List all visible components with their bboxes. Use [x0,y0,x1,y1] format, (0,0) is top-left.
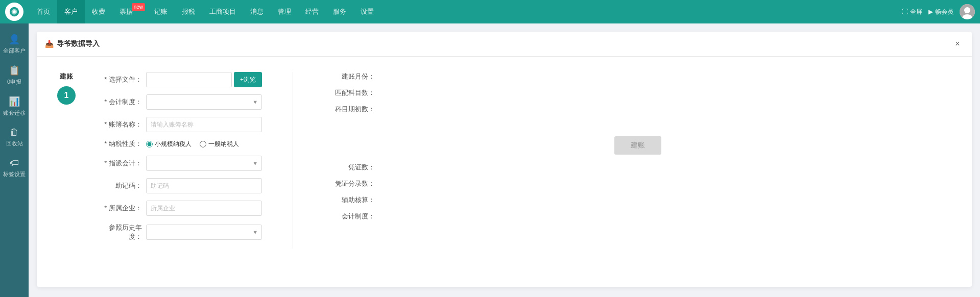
ledger-label: * 账簿名称： [96,120,142,129]
panel: 📥 导爷数据导入 × 建账 1 * 选择文件： [37,32,972,287]
sidebar: 👤 全部客户 📋 0申报 📊 账套迁移 🗑 回收站 🏷 标签设置 [0,23,29,297]
form-row-file: * 选择文件： +浏览 [96,72,262,87]
nav-invoice[interactable]: 票据 new [112,0,147,23]
logo[interactable] [5,3,23,21]
sidebar-item-label: 回收站 [6,140,23,147]
nav-message[interactable]: 消息 [243,0,271,23]
nav-business[interactable]: 工商项目 [202,0,243,23]
form-row-accountant: * 指派会计： ▼ [96,156,262,171]
form-row-company: * 所属企业： [96,201,262,216]
close-button[interactable]: × [951,38,964,50]
form-row-tax: * 纳税性质： 小规模纳税人 一般纳税人 [96,139,262,148]
build-account-button[interactable]: 建账 [614,136,661,155]
migration-icon: 📊 [9,96,20,107]
tax-label: * 纳税性质： [96,139,142,148]
panel-title: 📥 导爷数据导入 [45,39,100,48]
nav-manage[interactable]: 管理 [271,0,298,23]
nav-right: ⛶ 全屏 ▶ 畅会员 [902,4,975,19]
nav-tax[interactable]: 报税 [175,0,202,23]
form-left-fields: * 选择文件： +浏览 * 会计制度： ▼ [96,72,262,249]
svg-point-3 [964,7,970,13]
sidebar-item-label: 账套迁移 [3,109,26,117]
nav-operation[interactable]: 经营 [298,0,326,23]
info-row-month: 建账月份： [324,72,951,81]
nav-customer[interactable]: 客户 [57,0,85,23]
form-divider [293,72,293,249]
company-input[interactable] [146,201,262,216]
main-content: 📥 导爷数据导入 × 建账 1 * 选择文件： [29,23,980,297]
sidebar-item-label: 标签设置 [3,170,26,178]
customers-icon: 👤 [9,34,20,45]
nav-settings[interactable]: 设置 [353,0,381,23]
sidebar-item-account-migration[interactable]: 📊 账套迁移 [0,91,29,122]
tag-icon: 🏷 [10,158,19,168]
company-label: * 所属企业： [96,204,142,213]
form-row-history: 参照历史年度： ▼ [96,223,262,241]
subject-init-label: 科目期初数： [324,105,375,114]
sidebar-item-all-customers[interactable]: 👤 全部客户 [0,29,29,60]
svg-point-1 [13,10,16,13]
tax-general-text: 一般纳税人 [208,140,239,148]
panel-header: 📥 导爷数据导入 × [37,32,972,57]
sidebar-item-label: 0申报 [7,78,21,86]
accounting-select-wrapper: ▼ [146,94,262,110]
accounting-select[interactable] [146,94,262,110]
new-badge: new [132,3,145,11]
history-select[interactable] [146,225,262,240]
accountant-select[interactable] [146,156,262,171]
memo-input[interactable] [146,178,262,193]
nav-home[interactable]: 首页 [30,0,57,23]
accounting-label: * 会计制度： [96,97,142,107]
info-row-accounting2: 会计制度： [324,212,951,221]
tax-small-label[interactable]: 小规模纳税人 [146,140,192,148]
memo-label: 助记码： [96,181,142,190]
recycle-icon: 🗑 [10,127,19,138]
assist-label: 辅助核算： [324,195,375,205]
sidebar-item-tag-settings[interactable]: 🏷 标签设置 [0,153,29,183]
fullscreen-icon: ⛶ [902,8,908,15]
top-nav: 首页 客户 收费 票据 new 记账 报税 工商项目 消息 管理 经营 服务 设… [0,0,980,23]
ledger-name-input[interactable] [146,117,262,132]
declaration-icon: 📋 [9,65,20,76]
tax-small-text: 小规模纳税人 [155,140,192,148]
form-row-memo: 助记码： [96,178,262,193]
form-row-ledger: * 账簿名称： [96,117,262,132]
layout: 👤 全部客户 📋 0申报 📊 账套迁移 🗑 回收站 🏷 标签设置 📥 导爷 [0,23,980,297]
form-right-fields: 建账月份： 匹配科目数： 科目期初数： 建账 [324,72,951,249]
info-row-init: 科目期初数： [324,105,951,114]
form-row-accounting: * 会计制度： ▼ [96,94,262,110]
tax-general-label[interactable]: 一般纳税人 [200,140,239,148]
tax-small-radio[interactable] [146,141,153,147]
history-select-wrapper: ▼ [146,225,262,240]
nav-service[interactable]: 服务 [326,0,353,23]
fullscreen-btn[interactable]: ⛶ 全屏 [902,8,922,16]
sidebar-item-recycle[interactable]: 🗑 回收站 [0,122,29,153]
file-input-wrap: +浏览 [146,72,262,87]
file-input[interactable] [146,72,232,87]
info-row-voucher: 凭证数： [324,163,951,172]
form-container: 建账 1 * 选择文件： +浏览 [37,57,972,264]
info-row-match: 匹配科目数： [324,88,951,97]
member-btn[interactable]: ▶ 畅会员 [928,8,953,16]
browse-button[interactable]: +浏览 [234,72,262,87]
file-label: * 选择文件： [96,75,142,84]
info-row-voucher-record: 凭证分录数： [324,179,951,188]
sidebar-item-zero-declaration[interactable]: 📋 0申报 [0,60,29,91]
step-label: 建账 [60,72,73,81]
nav-fee[interactable]: 收费 [85,0,112,23]
build-month-label: 建账月份： [324,72,375,81]
sidebar-item-label: 全部客户 [3,47,26,55]
match-subject-label: 匹配科目数： [324,88,375,97]
accountant-select-wrapper: ▼ [146,156,262,171]
accountant-label: * 指派会计： [96,159,142,168]
tax-radio-group: 小规模纳税人 一般纳税人 [146,140,262,148]
voucher-label: 凭证数： [324,163,375,172]
nav-items: 首页 客户 收费 票据 new 记账 报税 工商项目 消息 管理 经营 服务 设… [30,0,902,23]
accounting2-label: 会计制度： [324,212,375,221]
nav-bookkeeping[interactable]: 记账 [147,0,175,23]
import-icon: 📥 [45,40,54,48]
avatar[interactable] [960,4,975,19]
history-label: 参照历史年度： [96,223,142,241]
tax-general-radio[interactable] [200,141,206,147]
step-number: 1 [57,86,76,105]
